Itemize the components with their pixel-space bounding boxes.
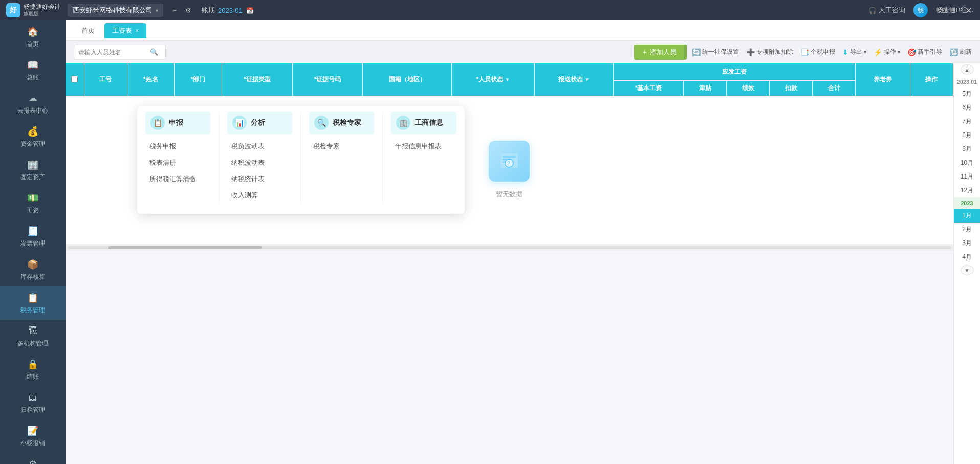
svg-rect-1 [503,156,516,158]
dropdown-header-tax-expert: 🔍 税检专家 [309,112,374,134]
business-info-header-label: 工商信息 [415,118,443,127]
sidebar-item-basic-settings[interactable]: ⚙ 基础设置 [0,453,66,464]
sidebar-item-fixed-assets[interactable]: 🏢 固定资产 [0,153,66,187]
avatar[interactable]: 畅 [913,3,928,17]
date-month-12[interactable]: 12月 [954,184,980,197]
date-nav-up-button[interactable]: ▲ [961,64,974,75]
tab-home-label: 首页 [81,26,95,35]
date-month-6[interactable]: 6月 [954,101,980,115]
tab-home[interactable]: 首页 [74,23,102,38]
period-value[interactable]: 2023-01 📅 [218,7,254,14]
subsidy-sub-header: 津贴 [684,81,727,96]
pension-header: 养老券 [856,63,910,96]
multi-org-icon: 🏗 [27,325,39,337]
total-sub-header: 合计 [813,81,856,96]
dropdown-col-business-info: 🏢 工商信息 年报信息申报表 [383,112,465,204]
gear-icon: ⚙ [27,458,39,464]
new-guide-toolbar-btn[interactable]: 🎯 新手引导 [907,48,942,56]
tax-expert-icon: 🔍 [314,116,329,130]
filter-icon[interactable]: ▼ [505,77,510,82]
date-year-2024-label: 2023 [954,197,980,209]
export-btn[interactable]: ⬇ 导出 ▾ [842,48,866,56]
date-month-7[interactable]: 7月 [954,115,980,128]
sidebar-item-xiao-report[interactable]: 📝 小畅报销 [0,419,66,453]
tab-close-icon[interactable]: × [135,27,139,34]
date-month-8[interactable]: 8月 [954,128,980,142]
dropdown-item-income-tax-settlement[interactable]: 所得税汇算清缴 [145,171,210,187]
special-deduction-btn[interactable]: ➕ 专项附加扣除 [746,48,793,56]
search-input[interactable] [78,49,150,56]
invoice-icon: 🧾 [27,225,39,237]
tab-bar: 首页 工资表 × [66,20,980,41]
date-month-1-2024[interactable]: 1月 [954,209,980,223]
dropdown-header-analysis: 📊 分析 [227,112,292,134]
add-company-icon[interactable]: ＋ [171,6,178,15]
sidebar-item-invoice[interactable]: 🧾 发票管理 [0,220,66,253]
dropdown-item-tax-form-manual[interactable]: 税表清册 [145,154,210,171]
search-box[interactable]: 🔍 [74,45,166,60]
date-month-4-2024[interactable]: 4月 [954,250,980,264]
sidebar-item-label: 工资 [27,206,39,215]
date-month-3-2024[interactable]: 3月 [954,236,980,250]
sidebar-item-ledger[interactable]: 📖 总账 [0,54,66,87]
dropdown-col-tax-expert: 🔍 税检专家 税检专家 [301,112,383,204]
scrollbar-thumb[interactable] [108,246,262,249]
declaration-icon: 📋 [150,116,165,130]
refresh-btn[interactable]: 🔃 刷新 [949,48,972,56]
company-selector[interactable]: 西安虾米网络科技有限公司 ▾ [68,4,163,17]
dropdown-col-declaration: 📋 申报 税务申报 税表清册 所得税汇算清缴 [137,112,219,204]
fund-icon: 💰 [27,125,39,138]
social-security-btn[interactable]: 🔄 统一社保设置 [692,48,739,56]
date-month-10[interactable]: 10月 [954,156,980,170]
sidebar-item-salary[interactable]: 💵 工资 [0,187,66,220]
customer-service-btn[interactable]: 🎧 人工咨询 [868,6,905,15]
horizontal-scrollbar[interactable] [66,245,953,251]
personal-tax-btn[interactable]: 📑 个税申报 [800,48,835,56]
dropdown-item-tax-burden-table[interactable]: 税负波动表 [227,138,292,154]
add-person-button[interactable]: ＋ 添加人员 [634,45,684,60]
sync-icon: 🔄 [692,48,701,56]
chevron-down-icon: ▾ [898,49,900,55]
add-person-dropdown-button[interactable]: ▾ [684,45,687,60]
chevron-down-icon: ▾ [156,8,158,13]
dropdown-item-tax-expert[interactable]: 税检专家 [309,138,374,154]
sidebar-item-label: 库存核算 [20,273,45,281]
sidebar-item-label: 小畅报销 [20,439,45,448]
settings-icon[interactable]: ⚙ [185,7,191,14]
dropdown-item-tax-stats-table[interactable]: 纳税统计表 [227,171,292,187]
dropdown-item-income-forecast[interactable]: 收入测算 [227,187,292,204]
date-month-5[interactable]: 5月 [954,87,980,101]
dropdown-item-tax-flow-table[interactable]: 纳税波动表 [227,154,292,171]
empty-text: 暂无数据 [496,190,522,199]
sidebar-item-label: 归档管理 [20,406,45,414]
date-nav-down-button[interactable]: ▼ [961,265,974,275]
operate-btn[interactable]: ⚡ 操作 ▾ [874,48,900,56]
base-salary-sub-header: *基本工资 [613,81,684,96]
top-bar: 好 畅捷通好会计 旗舰版 西安虾米网络科技有限公司 ▾ ＋ ⚙ 账期 2023-… [0,0,980,20]
sidebar-item-inventory[interactable]: 📦 库存核算 [0,253,66,286]
dropdown-item-annual-report[interactable]: 年报信息申报表 [391,138,456,154]
add-icon: ＋ [641,48,648,57]
tab-payroll[interactable]: 工资表 × [104,23,146,38]
ying-fa-header: 应发工资 [613,63,856,81]
top-bar-actions: ＋ ⚙ [171,6,191,15]
main-content: 首页 工资表 × 🔍 ＋ 添加人员 ▾ [66,20,980,464]
sidebar-item-closing[interactable]: 🔒 结账 [0,353,66,386]
app-name: 畅捷通好会计 [24,3,60,10]
sidebar-item-cloud-report[interactable]: ☁ 云报表中心 [0,87,66,120]
select-all-checkbox[interactable] [71,76,78,82]
doc-icon: 📑 [800,48,809,56]
date-month-11[interactable]: 11月 [954,170,980,184]
minimize-button[interactable]: □ [933,0,956,20]
sidebar-item-fund[interactable]: 💰 资金管理 [0,120,66,153]
sidebar-item-multi-org[interactable]: 🏗 多机构管理 [0,320,66,353]
sidebar-item-home[interactable]: 🏠 首页 [0,20,66,54]
sidebar-item-archive[interactable]: 🗂 归档管理 [0,386,66,419]
filter-icon[interactable]: ▼ [584,77,590,82]
sidebar-item-tax[interactable]: 📋 税务管理 [0,286,66,320]
dept-header: *部门 [175,63,222,96]
close-button[interactable]: ✕ [956,0,980,20]
dropdown-item-tax-declaration[interactable]: 税务申报 [145,138,210,154]
date-month-9[interactable]: 9月 [954,142,980,156]
date-month-2-2024[interactable]: 2月 [954,223,980,236]
